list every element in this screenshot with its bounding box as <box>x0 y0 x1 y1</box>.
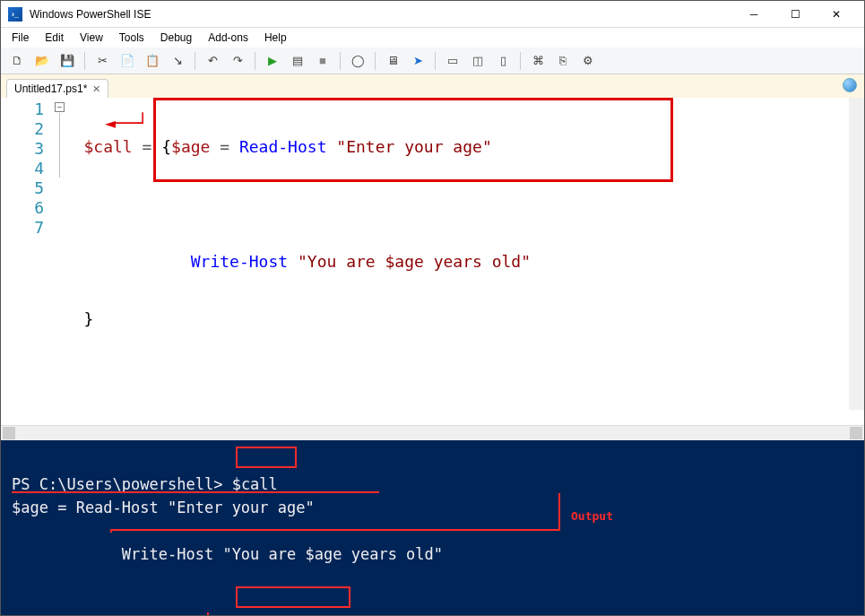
annotation-box <box>236 586 350 608</box>
command-addon-icon[interactable]: ⌘ <box>527 50 549 72</box>
menu-file[interactable]: File <box>4 30 36 46</box>
console-command: $call <box>222 475 277 493</box>
minimize-button[interactable]: ─ <box>733 1 774 28</box>
editor-vertical-scrollbar[interactable] <box>849 98 864 410</box>
line-number: 5 <box>3 178 44 198</box>
console-output: $age = Read-Host "Enter your age" <box>12 499 315 516</box>
window-title: Windows PowerShell ISE <box>30 8 733 21</box>
annotation-underline <box>110 531 112 533</box>
clear-icon[interactable]: ↘ <box>167 50 188 72</box>
tab-label: Untitled17.ps1* <box>14 82 87 95</box>
separator <box>195 52 195 70</box>
code-area[interactable]: $call = {$age = Read-Host "Enter your ag… <box>51 98 864 425</box>
menu-tools[interactable]: Tools <box>112 30 151 46</box>
remote-icon[interactable]: 🖥 <box>382 50 403 72</box>
separator <box>255 52 255 70</box>
maximize-button[interactable]: ☐ <box>774 1 816 28</box>
save-icon[interactable]: 💾 <box>56 50 78 72</box>
console-prompt: PS C:\Users\powershell> <box>12 475 222 493</box>
menu-help[interactable]: Help <box>257 30 294 46</box>
separator <box>520 52 521 70</box>
menu-bar: File Edit View Tools Debug Add-ons Help <box>1 28 864 48</box>
separator <box>375 52 376 70</box>
layout3-icon[interactable]: ▯ <box>492 50 514 72</box>
app-icon: ›_ <box>8 7 22 22</box>
options-icon[interactable]: ⚙ <box>577 50 599 72</box>
line-number: 1 <box>3 100 44 119</box>
line-number-gutter: 1 2 3 4 5 6 7 <box>1 98 51 425</box>
run-selection-icon[interactable]: ▤ <box>287 50 308 72</box>
title-bar: ›_ Windows PowerShell ISE ─ ☐ ✕ <box>1 1 864 28</box>
run-icon[interactable]: ▶ <box>262 50 283 72</box>
line-number: 4 <box>3 159 44 178</box>
stop-icon[interactable]: ■ <box>312 50 333 72</box>
scroll-right-icon[interactable] <box>850 427 862 439</box>
redo-icon[interactable]: ↷ <box>227 50 248 72</box>
code-line: } <box>55 309 861 329</box>
undo-icon[interactable]: ↶ <box>202 50 223 72</box>
editor-horizontal-scrollbar[interactable] <box>1 425 864 440</box>
toolbar: 🗋 📂 💾 ✂ 📄 📋 ↘ ↶ ↷ ▶ ▤ ■ ◯ 🖥 ➤ ▭ ◫ ▯ ⌘ ⎘ … <box>1 48 864 74</box>
script-tab-bar: Untitled17.ps1* ✕ <box>1 74 864 98</box>
code-line: $call = {$age = Read-Host "Enter your ag… <box>55 137 861 157</box>
separator <box>435 52 436 70</box>
line-number: 2 <box>3 119 44 139</box>
menu-addons[interactable]: Add-ons <box>201 30 255 46</box>
annotation-box <box>236 447 297 468</box>
line-number: 7 <box>3 218 44 238</box>
console-output: Write-Host "You are $age years old" <box>12 545 443 563</box>
cut-icon[interactable]: ✂ <box>91 50 113 72</box>
script-editor-pane: 1 2 3 4 5 6 7 − $call = {$age = Read-Hos… <box>1 98 864 440</box>
new-icon[interactable]: 🗋 <box>6 50 28 72</box>
layout2-icon[interactable]: ◫ <box>467 50 489 72</box>
window-controls: ─ ☐ ✕ <box>733 1 857 28</box>
script-editor[interactable]: 1 2 3 4 5 6 7 − $call = {$age = Read-Hos… <box>1 98 864 425</box>
separator <box>84 52 85 70</box>
annotation-label: Output <box>571 505 613 528</box>
annotation-arrow-icon: ◄──┘ <box>105 112 148 134</box>
code-line: Write-Host "You are $age years old" <box>55 252 861 272</box>
open-icon[interactable]: 📂 <box>31 50 53 72</box>
scroll-left-icon[interactable] <box>3 427 15 439</box>
code-line <box>55 195 861 214</box>
menu-debug[interactable]: Debug <box>153 30 199 46</box>
console-pane[interactable]: PS C:\Users\powershell> $call $age = Rea… <box>1 440 864 615</box>
powershell-icon[interactable]: ➤ <box>407 50 428 72</box>
script-tab[interactable]: Untitled17.ps1* ✕ <box>6 79 108 98</box>
close-button[interactable]: ✕ <box>816 1 857 28</box>
command-pane-icon[interactable]: ⎘ <box>552 50 574 72</box>
line-number: 6 <box>3 198 44 218</box>
separator <box>340 52 341 70</box>
collapse-script-icon[interactable] <box>843 78 857 92</box>
menu-view[interactable]: View <box>73 30 110 46</box>
breakpoint-icon[interactable]: ◯ <box>347 50 368 72</box>
line-number: 3 <box>3 139 44 159</box>
menu-edit[interactable]: Edit <box>38 30 71 46</box>
paste-icon[interactable]: 📋 <box>142 50 163 72</box>
tab-close-icon[interactable]: ✕ <box>92 83 100 95</box>
copy-icon[interactable]: 📄 <box>117 50 138 72</box>
layout1-icon[interactable]: ▭ <box>442 50 463 72</box>
